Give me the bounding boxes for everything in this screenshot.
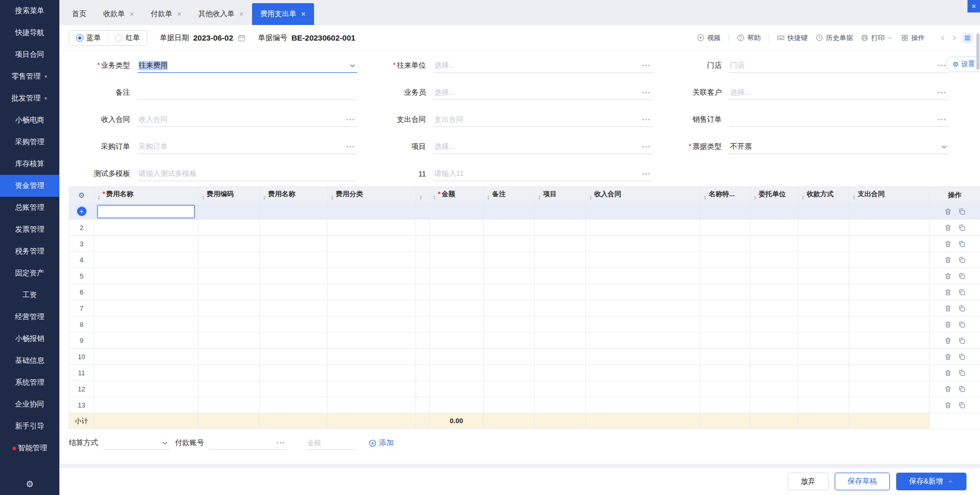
sort-icon[interactable]: ▲▼ <box>538 195 541 200</box>
field-input[interactable]: 收入合同··· <box>137 112 357 127</box>
grid-cell[interactable] <box>94 284 198 300</box>
grid-cell[interactable] <box>198 220 260 236</box>
grid-cell[interactable] <box>586 349 700 365</box>
grid-cell[interactable] <box>849 349 929 365</box>
grid-cell[interactable] <box>430 300 484 316</box>
grid-cell[interactable] <box>849 365 929 381</box>
list-view-icon[interactable] <box>962 33 973 43</box>
grid-cell[interactable] <box>484 381 535 397</box>
grid-cell[interactable]: + <box>69 204 94 220</box>
grid-cell[interactable] <box>198 204 260 220</box>
grid-cell[interactable] <box>849 316 929 333</box>
grid-cell[interactable] <box>328 349 416 365</box>
grid-cell[interactable] <box>198 349 260 365</box>
gear-icon[interactable]: ⚙ <box>78 191 85 199</box>
sidebar-item[interactable]: 资金管理 <box>0 175 59 197</box>
grid-cell[interactable] <box>798 236 849 252</box>
sidebar-item[interactable]: 库存核算 <box>0 153 59 175</box>
grid-cell[interactable] <box>94 236 198 252</box>
grid-cell[interactable] <box>430 381 484 397</box>
copy-row-icon[interactable] <box>958 304 966 312</box>
grid-cell[interactable] <box>328 397 416 413</box>
grid-cell[interactable] <box>94 204 198 220</box>
grid-cell[interactable] <box>798 252 849 268</box>
grid-cell[interactable] <box>94 381 198 397</box>
discard-button[interactable]: 放弃 <box>788 473 828 490</box>
grid-cell[interactable] <box>586 397 700 413</box>
add-payment-button[interactable]: 添加 <box>369 438 394 448</box>
sort-icon[interactable]: ▲▼ <box>433 195 436 200</box>
prev-doc-icon[interactable] <box>939 34 947 42</box>
ops-cell[interactable] <box>929 349 980 365</box>
grid-cell[interactable] <box>484 397 535 413</box>
sidebar-item[interactable]: 采购管理 <box>0 131 59 153</box>
calendar-icon[interactable] <box>237 34 246 42</box>
copy-row-icon[interactable] <box>958 288 966 296</box>
ops-cell[interactable] <box>929 365 980 381</box>
grid-cell[interactable] <box>94 268 198 284</box>
grid-cell[interactable] <box>700 268 750 284</box>
delete-row-icon[interactable] <box>944 272 952 280</box>
column-header[interactable]: ▲▼ <box>416 187 430 204</box>
grid-cell[interactable] <box>260 220 328 236</box>
grid-cell[interactable] <box>798 300 849 316</box>
pay-amount-input[interactable]: 金额 <box>306 436 356 450</box>
grid-cell[interactable] <box>94 349 198 365</box>
save-and-new-button[interactable]: 保存&新增 <box>896 473 966 490</box>
grid-cell[interactable] <box>430 316 484 333</box>
field-select[interactable]: 往来费用 <box>137 58 357 73</box>
tab[interactable]: 付款单× <box>142 3 190 25</box>
column-header[interactable]: ▲▼备注 <box>484 187 535 204</box>
close-all-tabs-icon[interactable]: × <box>968 0 980 12</box>
grid-cell[interactable] <box>198 333 260 349</box>
grid-cell[interactable] <box>798 220 849 236</box>
grid-cell[interactable] <box>328 316 416 333</box>
grid-cell[interactable] <box>260 316 328 333</box>
sidebar-item[interactable]: 税务管理 <box>0 240 59 262</box>
grid-cell[interactable] <box>535 397 586 413</box>
grid-cell[interactable] <box>260 381 328 397</box>
tab[interactable]: 首页 <box>64 3 95 25</box>
sidebar-item[interactable]: 零售管理▼ <box>0 66 59 87</box>
delete-row-icon[interactable] <box>944 321 952 328</box>
field-input[interactable]: 请输入11··· <box>433 167 653 181</box>
close-tab-icon[interactable]: × <box>301 10 306 18</box>
grid-cell[interactable] <box>750 397 798 413</box>
sidebar-item[interactable]: 快捷导航 <box>0 22 59 44</box>
grid-cell[interactable] <box>328 284 416 300</box>
page-scrollbar-thumb[interactable] <box>976 33 979 70</box>
sort-icon[interactable]: ▲▼ <box>703 195 707 200</box>
grid-cell[interactable] <box>198 316 260 333</box>
toolbar-action-printer[interactable]: 打印 <box>861 33 893 43</box>
grid-cell[interactable] <box>750 381 798 397</box>
grid-cell[interactable] <box>700 236 750 252</box>
more-icon[interactable]: ··· <box>346 143 355 151</box>
grid-cell[interactable] <box>328 365 416 381</box>
grid-cell[interactable] <box>586 204 700 220</box>
grid-cell[interactable] <box>798 349 849 365</box>
field-input[interactable]: 请输入测试多模板 <box>137 167 357 181</box>
grid-cell[interactable] <box>586 252 700 268</box>
grid-cell[interactable] <box>700 300 750 316</box>
grid-cell[interactable] <box>750 236 798 252</box>
grid-cell[interactable] <box>260 236 328 252</box>
column-header[interactable]: ▲▼收入合同 <box>586 187 700 204</box>
grid-cell[interactable] <box>484 365 535 381</box>
copy-row-icon[interactable] <box>958 321 966 328</box>
grid-cell[interactable] <box>94 252 198 268</box>
grid-cell[interactable] <box>328 300 416 316</box>
more-icon[interactable]: ··· <box>346 116 355 124</box>
tab[interactable]: 费用支出单× <box>252 3 314 25</box>
grid-cell[interactable] <box>586 268 700 284</box>
grid-cell[interactable] <box>535 268 586 284</box>
grid-cell[interactable] <box>198 268 260 284</box>
grid-cell[interactable] <box>849 333 929 349</box>
grid-cell[interactable] <box>750 300 798 316</box>
grid-cell[interactable] <box>328 220 416 236</box>
more-icon[interactable]: ··· <box>642 61 651 70</box>
sidebar-item[interactable]: 批发管理▼ <box>0 87 59 109</box>
sort-icon[interactable]: ▲▼ <box>589 195 592 200</box>
ops-cell[interactable] <box>929 268 980 284</box>
sidebar-item[interactable]: 新手引导 <box>0 415 59 437</box>
grid-cell[interactable] <box>700 220 750 236</box>
